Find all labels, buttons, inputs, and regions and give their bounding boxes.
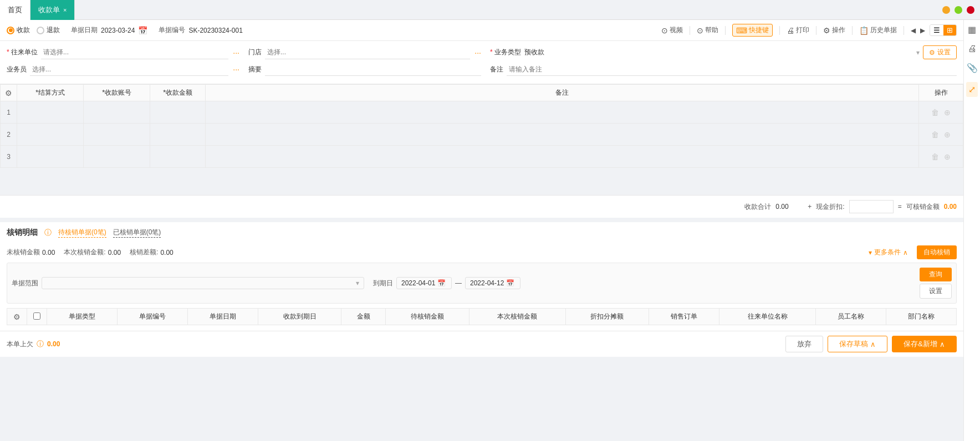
row2-remark[interactable]	[206, 124, 919, 146]
sub-col-sales-order: 销售订单	[649, 309, 719, 325]
range-select[interactable]: ▾	[42, 277, 364, 289]
row2-amount[interactable]	[150, 124, 206, 146]
verification-info-icon[interactable]: ⓘ	[44, 228, 52, 238]
row1-remark[interactable]	[206, 101, 919, 124]
radio-refund[interactable]: 退款	[37, 25, 60, 35]
print-btn[interactable]: 🖨 打印	[787, 25, 809, 35]
save-new-btn[interactable]: 保存&新增 ∧	[892, 336, 957, 352]
range-arrow-icon: ▾	[356, 279, 359, 287]
plus-sign: +	[808, 203, 811, 211]
right-expand-icon[interactable]: ⤢	[966, 82, 978, 97]
help-btn[interactable]: ⊙ 帮助	[697, 25, 718, 35]
row2-delete-icon[interactable]: 🗑	[931, 130, 939, 139]
row1-account[interactable]	[84, 101, 150, 124]
filter-settings-btn[interactable]: 设置	[920, 284, 952, 299]
col-settings[interactable]: ⚙	[1, 85, 17, 101]
operation-btn[interactable]: ⚙ 操作	[823, 25, 845, 35]
right-table-icon[interactable]: ▦	[968, 24, 976, 35]
nav-next-btn[interactable]: ▶	[920, 27, 925, 34]
date-field: 单据日期 2023-03-24 📅	[71, 25, 147, 35]
right-attach-icon[interactable]: 📎	[967, 63, 978, 73]
type-arrow-icon[interactable]: ▾	[916, 49, 920, 57]
radio-receipt[interactable]: 收款	[7, 25, 30, 35]
store-input[interactable]	[265, 46, 470, 59]
tab-close-icon[interactable]: ×	[63, 7, 67, 13]
auto-verification-btn[interactable]: 自动核销	[917, 245, 957, 259]
layout-grid-btn[interactable]: ⊞	[943, 25, 956, 35]
col-amount-label: 收款金额	[166, 89, 192, 96]
staff-field: 业务员 ···	[7, 63, 239, 76]
row2-copy-icon[interactable]: ⊕	[944, 130, 951, 139]
settings-button[interactable]: ⚙ 设置	[923, 45, 957, 59]
summary-input[interactable]	[265, 63, 481, 76]
window-close-btn[interactable]	[967, 6, 974, 14]
row1-settlement[interactable]	[17, 101, 84, 124]
table-gear-icon[interactable]: ⚙	[5, 89, 12, 98]
window-minimize-btn[interactable]	[942, 6, 950, 14]
tab-receipt[interactable]: 收款单 ×	[30, 0, 75, 20]
uncancelled-stat: 未核销金额 0.00	[7, 248, 55, 257]
table-row: 1 🗑 ⊕	[1, 101, 963, 124]
calendar-icon[interactable]: 📅	[138, 26, 147, 35]
settings-label: 设置	[937, 48, 951, 57]
sub-col-checkbox[interactable]	[27, 309, 47, 325]
row1-delete-icon[interactable]: 🗑	[931, 108, 939, 117]
calendar-to-icon[interactable]: 📅	[506, 279, 514, 287]
sep2	[725, 26, 726, 35]
number-value: SK-20230324-001	[188, 27, 242, 34]
col-remark: 备注	[206, 85, 919, 101]
nav-prev-btn[interactable]: ◀	[911, 27, 916, 34]
row3-copy-icon[interactable]: ⊕	[944, 152, 951, 161]
row3-amount[interactable]	[150, 146, 206, 168]
sub-table-gear-icon[interactable]: ⚙	[13, 312, 21, 321]
row3-remark[interactable]	[206, 146, 919, 168]
business-type-select[interactable]: 预收款 ▾	[524, 48, 920, 57]
tab-bar: 首页 收款单 ×	[0, 0, 980, 20]
shortcut-label: 快捷键	[749, 25, 769, 35]
store-field: 门店 ···	[248, 46, 481, 59]
footer-value: 0.00	[47, 340, 60, 348]
sub-table-select-all[interactable]	[33, 312, 40, 320]
total-label: 收款合计	[744, 202, 771, 212]
history-label: 历史单据	[870, 25, 897, 35]
sub-col-settings[interactable]: ⚙	[7, 309, 27, 325]
save-draft-btn[interactable]: 保存草稿 ∧	[828, 336, 887, 352]
calendar-from-icon[interactable]: 📅	[437, 279, 446, 287]
discount-input[interactable]	[849, 200, 894, 213]
date-from-picker[interactable]: 2022-04-01 📅	[396, 277, 452, 289]
staff-more-icon[interactable]: ···	[233, 65, 239, 74]
discard-btn[interactable]: 放弃	[785, 336, 823, 352]
row3-action: 🗑 ⊕	[919, 146, 963, 168]
row3-account[interactable]	[84, 146, 150, 168]
radio-receipt-dot	[7, 27, 14, 34]
current-value: 0.00	[108, 249, 121, 257]
store-more-icon[interactable]: ···	[474, 48, 481, 57]
pending-tab[interactable]: 待核销单据(0笔)	[58, 228, 106, 238]
row2-account[interactable]	[84, 124, 150, 146]
right-print-icon[interactable]: 🖨	[968, 44, 977, 54]
row1-amount[interactable]	[150, 101, 206, 124]
row2-settlement[interactable]	[17, 124, 84, 146]
uncancelled-value: 0.00	[42, 249, 55, 257]
partner-input[interactable]	[41, 46, 228, 59]
done-tab[interactable]: 已核销单据(0笔)	[113, 228, 161, 238]
remark-input[interactable]	[507, 63, 957, 76]
row3-delete-icon[interactable]: 🗑	[931, 152, 939, 161]
query-btn[interactable]: 查询	[920, 268, 952, 281]
date-to-picker[interactable]: 2022-04-12 📅	[465, 277, 520, 289]
footer-info-icon[interactable]: ⓘ	[37, 339, 44, 349]
staff-input[interactable]	[30, 63, 228, 76]
tab-home[interactable]: 首页	[0, 0, 30, 20]
layout-list-btn[interactable]: ☰	[930, 25, 943, 35]
partner-more-icon[interactable]: ···	[233, 48, 239, 57]
row3-settlement[interactable]	[17, 146, 84, 168]
shortcut-btn[interactable]: ⌨ 快捷键	[732, 24, 773, 37]
more-conditions-btn[interactable]: ▾ 更多条件 ∧	[869, 248, 908, 257]
video-btn[interactable]: ⊙ 视频	[661, 25, 683, 35]
history-btn[interactable]: 📋 历史单据	[859, 25, 897, 35]
current-stat: 本次核销金额: 0.00	[64, 248, 121, 257]
window-maximize-btn[interactable]	[955, 6, 962, 14]
summary-field: 摘要	[248, 63, 481, 76]
sub-col-bill-type: 单据类型	[47, 309, 118, 325]
row1-copy-icon[interactable]: ⊕	[944, 108, 951, 117]
